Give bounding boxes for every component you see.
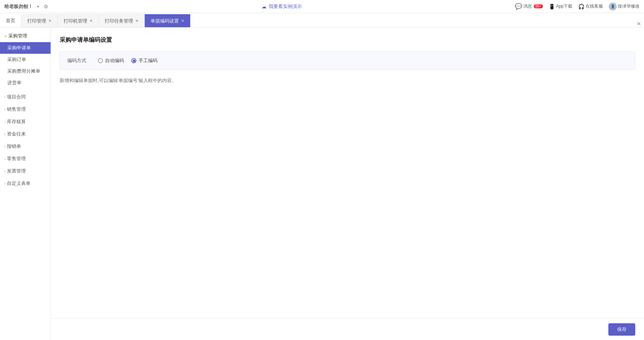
tab-print-task-mgmt-close[interactable]: ✕ xyxy=(135,19,139,23)
top-bar-center: ☁ 我要看实例演示 xyxy=(261,3,302,10)
sidebar-item-custom-form[interactable]: › 自定义表单 xyxy=(0,177,51,190)
tab-printer-mgmt[interactable]: 打印机管理 ✕ xyxy=(58,14,99,27)
user-name: 徐泽华修改 xyxy=(618,3,640,9)
headset-icon: 🎧 xyxy=(578,4,584,9)
brand-logo: 给老板勿刨！ xyxy=(4,3,33,10)
sidebar-item-returns-label: 报销单 xyxy=(7,143,21,150)
tab-home[interactable]: 首页 xyxy=(0,14,21,27)
app-download-button[interactable]: 📱 App下载 xyxy=(549,3,572,9)
encoding-label: 编码方式 xyxy=(67,57,89,64)
sidebar-item-purchase-order-label: 采购订单 xyxy=(7,57,26,62)
tab-print-task-mgmt-label: 打印任务管理 xyxy=(105,18,133,24)
radio-auto-label: 自动编码 xyxy=(105,57,124,64)
tab-printer-mgmt-label: 打印机管理 xyxy=(64,18,87,24)
brand-dropdown-icon[interactable]: ▾ xyxy=(37,4,39,9)
tab-home-label: 首页 xyxy=(6,17,15,24)
chevron-right-icon-custom: › xyxy=(4,182,5,186)
sidebar-item-invoice-label: 发票管理 xyxy=(7,168,26,174)
chevron-right-icon-sales: › xyxy=(4,108,5,112)
chevron-right-icon-inventory: › xyxy=(4,120,5,124)
top-bar: 给老板勿刨！ ▾ ⚙ ☁ 我要看实例演示 💬 消息 99+ 📱 App下载 🎧 … xyxy=(0,0,644,13)
content-footer: 保存 xyxy=(51,318,644,340)
sidebar-group-purchase: ∨ 采购管理 采购申请单 采购订单 采购费用分摊单 进货单 xyxy=(0,28,51,91)
online-service-button[interactable]: 🎧 在线客服 xyxy=(578,3,603,9)
cloud-icon: ☁ xyxy=(261,4,267,9)
top-bar-right: 💬 消息 99+ 📱 App下载 🎧 在线客服 👤 徐泽华修改 xyxy=(515,3,640,11)
global-close-button[interactable]: ✕ xyxy=(636,20,641,27)
sidebar-item-purchase-request-label: 采购申请单 xyxy=(7,45,31,50)
sidebar-item-sales-mgmt[interactable]: › 销售管理 xyxy=(0,103,51,116)
chevron-down-icon: ∨ xyxy=(4,34,7,38)
sidebar-item-inventory[interactable]: › 库存核算 xyxy=(0,116,51,128)
content-area: 采购申请单编码设置 编码方式 自动编码 手工编码 xyxy=(51,28,644,340)
sidebar-item-receipt-label: 进货单 xyxy=(7,80,21,85)
service-label: 在线客服 xyxy=(585,3,603,9)
sidebar-item-returns[interactable]: › 报销单 xyxy=(0,140,51,153)
chevron-right-icon-returns: › xyxy=(4,145,5,149)
content-body: 采购申请单编码设置 编码方式 自动编码 手工编码 xyxy=(51,28,644,318)
chevron-right-icon-capital: › xyxy=(4,132,5,136)
user-menu[interactable]: 👤 徐泽华修改 xyxy=(609,3,640,11)
sidebar-item-invoice[interactable]: › 发票管理 xyxy=(0,165,51,177)
chevron-right-icon-retail: › xyxy=(4,157,5,161)
sidebar-item-custom-form-label: 自定义表单 xyxy=(7,180,31,187)
sidebar-item-sales-mgmt-label: 销售管理 xyxy=(7,106,26,113)
tab-print-mgmt-close[interactable]: ✕ xyxy=(48,19,52,23)
message-label: 消息 xyxy=(523,3,532,9)
sidebar: ∨ 采购管理 采购申请单 采购订单 采购费用分摊单 进货单 › 项目合同 › 销… xyxy=(0,28,51,340)
sidebar-item-project-contract-label: 项目合同 xyxy=(7,94,26,100)
radio-manual-circle xyxy=(131,58,136,63)
message-icon: 💬 xyxy=(515,3,522,10)
radio-manual-encoding[interactable]: 手工编码 xyxy=(131,57,157,64)
message-badge: 99+ xyxy=(534,4,543,8)
main-layout: ∨ 采购管理 采购申请单 采购订单 采购费用分摊单 进货单 › 项目合同 › 销… xyxy=(0,28,644,340)
tab-serial-code-close[interactable]: ✕ xyxy=(181,19,184,23)
sidebar-item-purchase-order[interactable]: 采购订单 xyxy=(0,54,51,65)
radio-auto-circle xyxy=(98,58,103,63)
tab-bar: 首页 打印管理 ✕ 打印机管理 ✕ 打印任务管理 ✕ 单据编码设置 ✕ ✕ xyxy=(0,13,644,28)
message-button[interactable]: 💬 消息 99+ xyxy=(515,3,543,10)
radio-auto-encoding[interactable]: 自动编码 xyxy=(98,57,124,64)
tab-print-mgmt[interactable]: 打印管理 ✕ xyxy=(21,14,58,27)
sidebar-group-purchase-label: 采购管理 xyxy=(8,33,27,39)
encoding-form-row: 编码方式 自动编码 手工编码 xyxy=(67,57,628,64)
chevron-right-icon-invoice: › xyxy=(4,169,5,173)
avatar: 👤 xyxy=(609,3,617,11)
top-bar-left: 给老板勿刨！ ▾ ⚙ xyxy=(4,3,48,10)
app-icon: 📱 xyxy=(549,4,555,9)
encoding-form: 编码方式 自动编码 手工编码 xyxy=(60,51,635,70)
demo-link[interactable]: 我要看实例演示 xyxy=(269,3,302,10)
sidebar-item-capital-label: 资金往来 xyxy=(7,131,26,137)
sidebar-item-retail-label: 零售管理 xyxy=(7,155,26,162)
radio-group-encoding: 自动编码 手工编码 xyxy=(98,57,157,64)
tab-print-task-mgmt[interactable]: 打印任务管理 ✕ xyxy=(99,14,145,27)
tab-print-mgmt-label: 打印管理 xyxy=(27,18,46,24)
sidebar-item-purchase-expense-label: 采购费用分摊单 xyxy=(7,68,40,74)
save-button[interactable]: 保存 xyxy=(608,323,635,336)
chevron-right-icon-project: › xyxy=(4,95,5,99)
sidebar-item-purchase-request[interactable]: 采购申请单 xyxy=(0,42,51,54)
sidebar-item-project-contract[interactable]: › 项目合同 xyxy=(0,91,51,103)
sidebar-item-retail[interactable]: › 零售管理 xyxy=(0,153,51,165)
sidebar-item-inventory-label: 库存核算 xyxy=(7,118,26,125)
app-label: App下载 xyxy=(556,3,572,9)
tab-printer-mgmt-close[interactable]: ✕ xyxy=(89,19,93,23)
hint-text: 新增和编辑单据时,可以编辑'单据编号'输入框中的内容。 xyxy=(60,77,635,84)
tab-serial-code-label: 单据编码设置 xyxy=(151,18,179,24)
sidebar-item-purchase-expense[interactable]: 采购费用分摊单 xyxy=(0,65,51,77)
sidebar-group-purchase-title[interactable]: ∨ 采购管理 xyxy=(0,30,51,42)
sidebar-item-receipt[interactable]: 进货单 xyxy=(0,77,51,89)
radio-manual-label: 手工编码 xyxy=(139,57,157,64)
page-title: 采购申请单编码设置 xyxy=(60,36,635,44)
settings-icon[interactable]: ⚙ xyxy=(44,4,48,9)
sidebar-item-capital[interactable]: › 资金往来 xyxy=(0,128,51,140)
tab-serial-code[interactable]: 单据编码设置 ✕ xyxy=(145,14,191,27)
